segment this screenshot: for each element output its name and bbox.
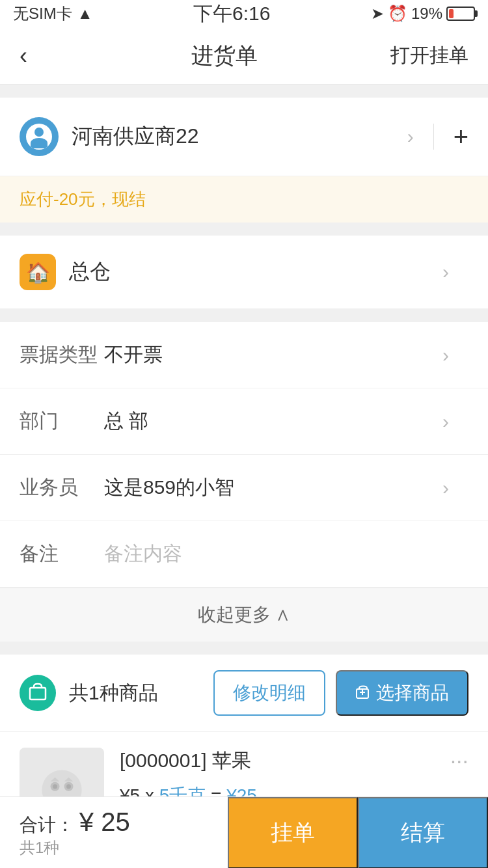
product-count-icon xyxy=(20,675,56,711)
section-gap-4 xyxy=(0,642,488,655)
location-icon: ➤ xyxy=(371,5,384,23)
supplier-notice: 应付-20元，现结 xyxy=(0,176,488,223)
back-button[interactable]: ‹ xyxy=(20,42,59,70)
invoice-label: 票据类型 xyxy=(20,342,104,368)
salesperson-chevron-icon: › xyxy=(442,477,449,499)
remark-placeholder: 备注内容 xyxy=(104,541,468,567)
product-id: [0000001] xyxy=(120,750,212,771)
vertical-divider xyxy=(433,124,434,150)
warehouse-card: 🏠 总仓 › xyxy=(0,236,488,309)
svg-rect-0 xyxy=(30,688,46,699)
add-supplier-button[interactable]: + xyxy=(454,122,468,152)
product-count-label: 共1种商品 xyxy=(69,680,213,707)
department-value: 总 部 xyxy=(104,408,442,435)
status-left: 无SIM卡 ▲ xyxy=(13,3,92,24)
section-gap-3 xyxy=(0,309,488,322)
supplier-avatar xyxy=(20,117,59,156)
department-row[interactable]: 部门 总 部 › xyxy=(0,388,488,455)
status-right: ➤ ⏰ 19% xyxy=(371,5,475,23)
section-gap-1 xyxy=(0,85,488,98)
page-title: 进货单 xyxy=(191,41,258,71)
status-bar: 无SIM卡 ▲ 下午6:16 ➤ ⏰ 19% xyxy=(0,0,488,27)
svg-point-7 xyxy=(53,784,57,789)
form-card: 票据类型 不开票 › 部门 总 部 › 业务员 这是859的小智 › 备注 备注… xyxy=(0,322,488,642)
total-amount: ¥ 25 xyxy=(79,807,130,836)
select-cart-icon xyxy=(355,685,371,701)
supplier-name: 河南供应商22 xyxy=(72,122,407,151)
total-label: 合计： xyxy=(20,815,74,835)
open-hang-button[interactable]: 打开挂单 xyxy=(390,42,468,69)
alarm-icon: ⏰ xyxy=(388,5,407,23)
svg-point-8 xyxy=(66,784,71,789)
invoice-row[interactable]: 票据类型 不开票 › xyxy=(0,322,488,388)
settle-button[interactable]: 结算 xyxy=(358,797,488,869)
hang-button[interactable]: 挂单 xyxy=(228,797,358,869)
battery-icon xyxy=(446,7,475,21)
invoice-value: 不开票 xyxy=(104,342,442,368)
cart-icon xyxy=(27,683,48,703)
department-label: 部门 xyxy=(20,408,104,435)
remark-label: 备注 xyxy=(20,541,104,567)
avatar-inner xyxy=(26,124,52,150)
edit-detail-button[interactable]: 修改明细 xyxy=(213,670,325,716)
bottom-bar: 合计： ¥ 25 共1种 挂单 结算 xyxy=(0,796,488,868)
product-header: 共1种商品 修改明细 选择商品 xyxy=(0,655,488,732)
select-product-label: 选择商品 xyxy=(376,681,449,705)
salesperson-label: 业务员 xyxy=(20,474,104,501)
select-product-button[interactable]: 选择商品 xyxy=(336,670,468,716)
product-menu-button[interactable]: ··· xyxy=(444,748,468,773)
total-line: 合计： ¥ 25 xyxy=(20,807,208,837)
warehouse-name: 总仓 xyxy=(69,258,442,286)
carrier-label: 无SIM卡 xyxy=(13,3,72,24)
warehouse-row[interactable]: 🏠 总仓 › xyxy=(0,236,488,309)
supplier-row[interactable]: 河南供应商22 › + xyxy=(0,98,488,176)
remark-row[interactable]: 备注 备注内容 xyxy=(0,521,488,588)
warehouse-icon: 🏠 xyxy=(20,254,56,290)
total-section: 合计： ¥ 25 共1种 xyxy=(0,807,228,858)
supplier-card: 河南供应商22 › + 应付-20元，现结 xyxy=(0,98,488,223)
supplier-chevron-icon: › xyxy=(407,126,414,148)
department-chevron-icon: › xyxy=(442,411,449,433)
product-name: [0000001] 苹果 xyxy=(120,748,428,774)
status-time: 下午6:16 xyxy=(193,1,270,27)
wifi-icon: ▲ xyxy=(77,5,93,23)
collapse-button[interactable]: 收起更多 ∧ xyxy=(0,588,488,642)
total-count: 共1种 xyxy=(20,837,208,858)
salesperson-value: 这是859的小智 xyxy=(104,474,442,501)
battery-label: 19% xyxy=(411,5,442,23)
salesperson-row[interactable]: 业务员 这是859的小智 › xyxy=(0,455,488,521)
nav-bar: ‹ 进货单 打开挂单 xyxy=(0,27,488,85)
invoice-chevron-icon: › xyxy=(442,344,449,366)
warehouse-chevron-icon: › xyxy=(442,261,449,283)
section-gap-2 xyxy=(0,223,488,236)
